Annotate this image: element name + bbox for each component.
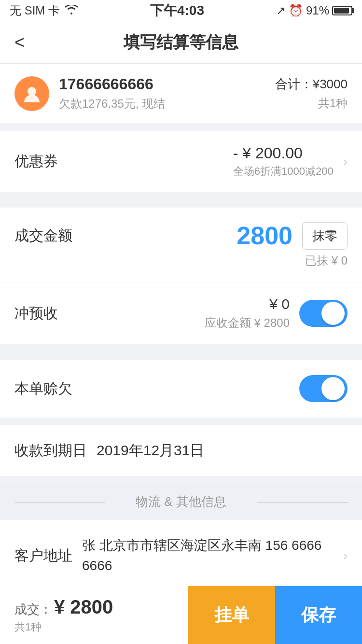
avatar <box>14 76 49 111</box>
bottom-info: 成交： ¥ 2800 共1种 <box>0 596 188 634</box>
address-section[interactable]: 客户地址 张 北京市市辖区海淀区永丰南 156 6666 6666 › <box>0 520 362 591</box>
address-value: 张 北京市市辖区海淀区永丰南 156 6666 6666 <box>82 535 338 576</box>
status-left: 无 SIM 卡 <box>10 3 78 18</box>
back-button[interactable]: < <box>14 32 25 53</box>
amount-sub: 已抹 ¥ 0 <box>14 253 348 268</box>
coupon-value-block: - ¥ 200.00 全场6折满1000减200 <box>233 144 334 179</box>
alarm-icon: ⏰ <box>289 4 303 17</box>
bottom-deal-count: 共1种 <box>14 620 174 634</box>
divider-1 <box>0 200 362 208</box>
debt-toggle-knob <box>321 377 345 400</box>
customer-right: 合计：¥3000 共1种 <box>275 76 348 111</box>
time-display: 下午4:03 <box>150 1 204 20</box>
debt-label: 本单赊欠 <box>14 379 72 399</box>
separator-logistics: 物流 & 其他信息 <box>0 484 362 520</box>
duedate-label: 收款到期日 <box>14 441 87 461</box>
page-title: 填写结算等信息 <box>124 31 238 54</box>
save-button[interactable]: 保存 <box>275 586 362 644</box>
bottom-deal-amount: ¥ 2800 <box>54 596 113 618</box>
wifi-icon <box>65 4 78 17</box>
battery-fill <box>334 8 349 14</box>
carrier-text: 无 SIM 卡 <box>10 3 60 18</box>
amount-value: 2800 <box>237 221 292 250</box>
customer-info: 17666666666 欠款1276.35元, 现结 <box>59 75 165 112</box>
content-area: 17666666666 欠款1276.35元, 现结 合计：¥3000 共1种 … <box>0 64 362 644</box>
duedate-section: 收款到期日 2019年12月31日 <box>0 425 362 476</box>
prepay-section: 冲预收 ¥ 0 应收金额 ¥ 2800 <box>0 282 362 344</box>
total-label: 合计：¥3000 <box>275 76 348 93</box>
customer-row: 17666666666 欠款1276.35元, 现结 合计：¥3000 共1种 <box>0 64 362 123</box>
status-right: ↗ ⏰ 91% <box>276 4 352 17</box>
prepay-label: 冲预收 <box>14 304 58 323</box>
prepay-value: ¥ 0 <box>205 296 290 312</box>
battery-icon <box>332 6 352 15</box>
customer-phone: 17666666666 <box>59 75 165 93</box>
hold-button[interactable]: 挂单 <box>188 586 275 644</box>
coupon-label: 优惠券 <box>14 152 58 171</box>
coupon-discount: - ¥ 200.00 <box>233 144 334 162</box>
debt-section: 本单赊欠 <box>0 360 362 418</box>
nav-bar: < 填写结算等信息 <box>0 21 362 64</box>
battery-percent: 91% <box>306 4 329 17</box>
duedate-value: 2019年12月31日 <box>97 441 204 461</box>
svg-point-0 <box>28 87 36 96</box>
round-button[interactable]: 抹零 <box>302 222 348 250</box>
amount-label: 成交金额 <box>14 226 72 246</box>
total-count: 共1种 <box>275 96 348 111</box>
status-bar: 无 SIM 卡 下午4:03 ↗ ⏰ 91% <box>0 0 362 21</box>
toggle-knob <box>321 302 345 325</box>
separator-text: 物流 & 其他信息 <box>126 494 236 509</box>
address-label: 客户地址 <box>14 546 82 566</box>
bottom-deal-row: 成交： ¥ 2800 <box>14 596 174 618</box>
customer-desc: 欠款1276.35元, 现结 <box>59 96 165 112</box>
coupon-arrow-icon: › <box>343 154 348 169</box>
coupon-detail: 全场6折满1000减200 <box>233 164 334 179</box>
prepay-right: ¥ 0 应收金额 ¥ 2800 <box>205 296 348 331</box>
amount-right: 2800 抹零 <box>237 221 348 250</box>
prepay-toggle[interactable] <box>299 300 348 327</box>
prepay-sub: 应收金额 ¥ 2800 <box>205 315 290 331</box>
prepay-value-block: ¥ 0 应收金额 ¥ 2800 <box>205 296 290 331</box>
divider-2 <box>0 352 362 360</box>
amount-section: 成交金额 2800 抹零 已抹 ¥ 0 <box>0 208 362 282</box>
bottom-deal-label: 成交： <box>14 601 52 618</box>
coupon-row[interactable]: 优惠券 - ¥ 200.00 全场6折满1000减200 › <box>0 131 362 192</box>
coupon-right: - ¥ 200.00 全场6折满1000减200 › <box>233 144 348 179</box>
prepay-row: 冲预收 ¥ 0 应收金额 ¥ 2800 <box>14 296 348 331</box>
bottom-bar: 成交： ¥ 2800 共1种 挂单 保存 <box>0 586 362 644</box>
address-arrow-icon: › <box>343 548 348 563</box>
location-icon: ↗ <box>276 4 286 17</box>
customer-left: 17666666666 欠款1276.35元, 现结 <box>14 75 165 112</box>
debt-toggle[interactable] <box>299 375 348 402</box>
amount-row: 成交金额 2800 抹零 <box>14 221 348 250</box>
